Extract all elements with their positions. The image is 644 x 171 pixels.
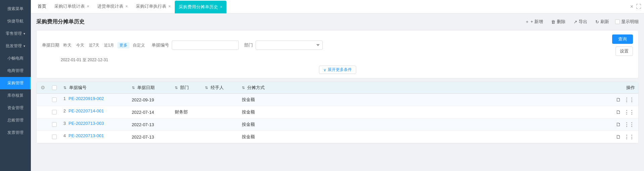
sidebar-item-purchase[interactable]: 采购管理 (0, 77, 31, 89)
show-label-checkbox[interactable] (615, 19, 620, 24)
shortcut-1month[interactable]: 近1月 (103, 42, 116, 49)
sidebar-item-inventory[interactable]: 库存核算 (0, 89, 31, 102)
select-all-checkbox[interactable] (52, 85, 57, 90)
sidebar-item-wholesale[interactable]: 批发管理 ▾ (0, 40, 31, 52)
export-button[interactable]: ↗ 导出 (572, 17, 589, 26)
row-checkbox[interactable] (52, 135, 57, 139)
export-icon: ↗ (574, 19, 577, 24)
close-all-tabs-icon[interactable]: × (630, 4, 633, 10)
row-detail-icon[interactable]: ⋮⋮ (624, 96, 635, 103)
shortcut-yesterday[interactable]: 昨天 (62, 42, 73, 49)
tab-purchase-order-exec[interactable]: 采购订单执行表 × (132, 0, 175, 13)
chevron-down-icon: ▾ (23, 32, 25, 35)
col-icon: ⇅ (175, 86, 178, 90)
row-detail-icon[interactable]: ⋮⋮ (624, 133, 635, 141)
sidebar-item-label: 批发管理 ▾ (1, 43, 30, 49)
row-doc-date: 2022-07-14 (128, 106, 171, 118)
col-settings: ⚙ (37, 82, 49, 94)
data-table: ⚙ ⇅ 单据编号 ⇅ 单据日期 (36, 82, 639, 144)
plus-icon: ＋ (525, 19, 529, 25)
row-checkbox[interactable] (52, 122, 57, 127)
sidebar-item-quicknav[interactable]: 快捷导航 (0, 15, 31, 27)
row-view-icon[interactable]: 🗋 (615, 121, 622, 128)
col-handler-label: 经手人 (211, 85, 224, 90)
shortcut-custom[interactable]: 自定义 (131, 42, 146, 49)
row-split-method: 按金额 (238, 106, 599, 118)
query-button[interactable]: 查询 (612, 34, 633, 44)
row-settings-cell (37, 118, 49, 131)
docnum-input[interactable] (172, 40, 239, 50)
show-label-text: 显示明细 (621, 19, 639, 25)
sidebar-item-label: 快捷导航 (1, 18, 30, 24)
expand-icon: ∨ (323, 68, 326, 72)
row-checkbox-cell (49, 94, 60, 106)
tab-home[interactable]: 首页 (34, 0, 50, 13)
table-row: 2 PE-20220714-001 2022-07-14 财务部 按金额 🗋 ⋮… (37, 106, 638, 118)
tab-close-icon[interactable]: × (125, 4, 128, 9)
col-operation-label: 操作 (626, 85, 635, 90)
row-checkbox[interactable] (52, 97, 57, 102)
row-detail-icon[interactable]: ⋮⋮ (624, 108, 635, 116)
sidebar-item-ecommerce-small[interactable]: 小畅电商 (0, 52, 31, 65)
shortcut-7days[interactable]: 近7天 (88, 42, 101, 49)
col-operation: 操作 (599, 82, 638, 94)
dept-filter-group: 部门 (244, 40, 323, 50)
sidebar-item-ledger[interactable]: 总账管理 (0, 114, 31, 126)
row-view-icon[interactable]: 🗋 (615, 96, 622, 103)
tab-close-icon[interactable]: × (168, 4, 171, 9)
sidebar-item-search[interactable]: 搜索菜单 (0, 3, 31, 15)
dept-select[interactable] (256, 40, 323, 50)
row-number: 1 (63, 96, 66, 101)
row-settings-cell (37, 94, 49, 106)
row-operation-cell: 🗋 ⋮⋮ (599, 94, 638, 106)
table-row: 1 PE-20220919-002 2022-09-19 按金额 🗋 ⋮⋮ (37, 94, 638, 106)
sidebar-item-invoice[interactable]: 发票管理 (0, 126, 31, 139)
tab-purchase-cost-history[interactable]: 采购费用分摊单历史 × (175, 1, 226, 14)
doc-num-link[interactable]: PE-20220714-001 (68, 108, 104, 113)
col-icon: ⇅ (132, 86, 135, 90)
add-label: + 新增 (531, 19, 543, 25)
docnum-filter-group: 单据编号 (152, 40, 239, 50)
row-num-and-docnum: 3 PE-20220713-003 (60, 118, 128, 128)
dept-filter-label: 部门 (244, 42, 253, 48)
refresh-icon: ↻ (595, 19, 599, 24)
row-dept (171, 118, 202, 131)
delete-button[interactable]: 🗑 删除 (549, 17, 568, 26)
refresh-button[interactable]: ↻ 刷新 (593, 17, 611, 26)
row-number: 3 (63, 121, 66, 126)
sidebar-item-finance[interactable]: 资金管理 (0, 102, 31, 114)
row-detail-icon[interactable]: ⋮⋮ (624, 121, 635, 128)
expand-more-button[interactable]: ∨ 展开更多条件 (319, 66, 356, 74)
tab-purchase-in-stats[interactable]: 进货单统计表 × (93, 0, 132, 13)
tab-close-icon[interactable]: × (220, 5, 222, 9)
doc-num-link[interactable]: PE-20220713-003 (68, 121, 104, 126)
sidebar-item-label: 总账管理 (1, 117, 30, 123)
row-view-icon[interactable]: 🗋 (615, 133, 622, 141)
col-split-method-label: 分摊方式 (247, 85, 265, 90)
table-body: 1 PE-20220919-002 2022-09-19 按金额 🗋 ⋮⋮ 2 … (37, 94, 638, 143)
maximize-icon[interactable]: ⛶ (636, 4, 641, 10)
table-settings-icon[interactable]: ⚙ (41, 85, 45, 90)
row-split-method: 按金额 (238, 118, 599, 131)
row-split-method: 按金额 (238, 94, 599, 106)
shortcut-today[interactable]: 今天 (75, 42, 86, 49)
date-filter-label: 单据日期 (42, 42, 59, 48)
row-dept (171, 94, 202, 106)
shortcut-more[interactable]: 更多 (117, 42, 129, 49)
sidebar-item-retail[interactable]: 零售管理 ▾ (0, 27, 31, 40)
doc-num-link[interactable]: PE-20220713-001 (68, 133, 104, 138)
col-icon: ⇅ (242, 86, 245, 90)
doc-num-link[interactable]: PE-20220919-002 (68, 96, 104, 101)
tab-purchase-order-stats[interactable]: 采购订单统计表 × (50, 0, 93, 13)
col-icon: ⇅ (205, 86, 208, 90)
tab-close-icon[interactable]: × (87, 4, 89, 9)
row-view-icon[interactable]: 🗋 (615, 108, 622, 116)
date-range-text: 2022-01-01 至 2022-12-31 (61, 58, 108, 62)
row-checkbox[interactable] (52, 110, 57, 114)
filter-settings-button[interactable]: 设置 (615, 47, 633, 56)
tab-bar-actions: × ⛶ (630, 4, 641, 10)
row-handler (202, 106, 238, 118)
row-doc-date: 2022-07-13 (128, 131, 171, 143)
add-button[interactable]: ＋ + 新增 (523, 17, 545, 26)
sidebar-item-ecommerce[interactable]: 电商管理 (0, 65, 31, 77)
